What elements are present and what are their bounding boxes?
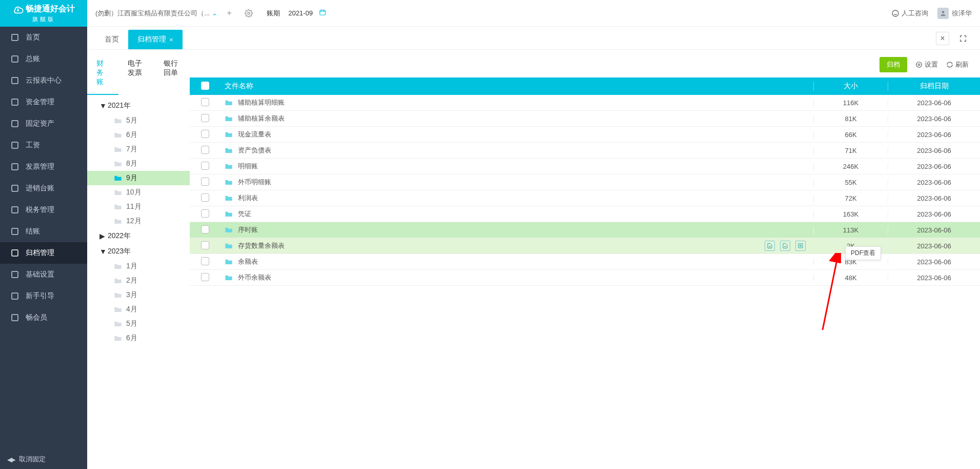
sidebar-item-wage[interactable]: 工资 bbox=[0, 134, 87, 156]
subtab-bank[interactable]: 银行回单 bbox=[154, 52, 190, 95]
archive-date: 2023-06-06 bbox=[888, 163, 980, 170]
file-size: 163K bbox=[813, 210, 888, 218]
tree-month[interactable]: 4月 bbox=[87, 302, 190, 317]
sidebar-item-asset[interactable]: 固定资产 bbox=[0, 113, 87, 134]
row-checkbox[interactable] bbox=[201, 130, 209, 138]
sidebar-item-tax[interactable]: 税务管理 bbox=[0, 199, 87, 221]
table-row[interactable]: 利润表72K2023-06-06 bbox=[190, 190, 980, 206]
brand-logo: 畅捷通好会计 旗舰版 bbox=[0, 0, 87, 27]
file-size: 246K bbox=[813, 163, 888, 170]
tab-archive[interactable]: 归档管理 × bbox=[128, 30, 183, 49]
archive-button[interactable]: 归档 bbox=[879, 57, 907, 72]
folder-icon bbox=[225, 115, 233, 122]
brand-edition: 旗舰版 bbox=[32, 15, 55, 23]
refresh-link[interactable]: 刷新 bbox=[946, 60, 969, 69]
tree-month[interactable]: 6月 bbox=[87, 128, 190, 142]
select-all-checkbox[interactable] bbox=[201, 82, 209, 90]
period-value[interactable]: 2021-09 bbox=[288, 9, 313, 17]
sub-tabs: 财务账 电子发票 银行回单 bbox=[87, 52, 190, 95]
archive-date: 2023-06-06 bbox=[888, 99, 980, 107]
tree-month[interactable]: 5月 bbox=[87, 113, 190, 128]
sidebar-item-close[interactable]: 结账 bbox=[0, 221, 87, 242]
consult-link[interactable]: 人工咨询 bbox=[891, 9, 928, 18]
tree-year-2022[interactable]: ▶2022年 bbox=[87, 228, 190, 244]
preview-pdf-icon[interactable] bbox=[795, 241, 806, 251]
svg-rect-4 bbox=[12, 121, 18, 127]
col-size: 大小 bbox=[813, 82, 888, 91]
row-checkbox[interactable] bbox=[201, 225, 209, 233]
sidebar-item-guide[interactable]: 新手引导 bbox=[0, 285, 87, 307]
row-checkbox[interactable] bbox=[201, 178, 209, 186]
sidebar-item-ledger[interactable]: 总账 bbox=[0, 48, 87, 70]
sidebar-item-inout[interactable]: 进销台账 bbox=[0, 178, 87, 199]
tree-month[interactable]: 12月 bbox=[87, 214, 190, 228]
table-row[interactable]: 序时账113K2023-06-06 bbox=[190, 222, 980, 238]
add-company-button[interactable]: ＋ bbox=[225, 9, 234, 18]
tree-month[interactable]: 2月 bbox=[87, 273, 190, 288]
file-name: 辅助核算明细账 bbox=[238, 98, 285, 107]
table-row[interactable]: 外币余额表48K2023-06-06 bbox=[190, 270, 980, 286]
tree-month[interactable]: 10月 bbox=[87, 185, 190, 200]
tree-month[interactable]: 8月 bbox=[87, 157, 190, 171]
close-tab-icon[interactable]: × bbox=[169, 36, 173, 44]
row-checkbox[interactable] bbox=[201, 273, 209, 281]
tree-month[interactable]: 11月 bbox=[87, 200, 190, 214]
calendar-icon[interactable] bbox=[319, 9, 326, 18]
archive-date: 2023-06-06 bbox=[888, 131, 980, 139]
sidebar-item-label: 结账 bbox=[26, 227, 40, 236]
row-checkbox[interactable] bbox=[201, 114, 209, 122]
svg-rect-0 bbox=[12, 34, 18, 41]
table-row[interactable]: 辅助核算明细账116K2023-06-06 bbox=[190, 95, 980, 111]
row-checkbox[interactable] bbox=[201, 257, 209, 265]
folder-icon bbox=[225, 163, 233, 170]
sidebar-item-member[interactable]: 畅会员 bbox=[0, 307, 87, 328]
user-menu[interactable]: 徐泽华 bbox=[937, 8, 972, 19]
sidebar-item-invoice[interactable]: 发票管理 bbox=[0, 156, 87, 178]
tree-month[interactable]: 6月 bbox=[87, 331, 190, 345]
file-name: 序时账 bbox=[238, 225, 258, 234]
table-row[interactable]: 外币明细账55K2023-06-06 bbox=[190, 174, 980, 190]
home-icon bbox=[10, 33, 19, 42]
sidebar-item-home[interactable]: 首页 bbox=[0, 27, 87, 48]
gear-icon bbox=[10, 270, 19, 279]
settings-link[interactable]: 设置 bbox=[915, 60, 938, 69]
unpin-sidebar[interactable]: ◀▸ 取消固定 bbox=[0, 450, 87, 469]
ledger-icon bbox=[10, 54, 19, 64]
tree-month[interactable]: 3月 bbox=[87, 288, 190, 302]
tree-month-active[interactable]: 9月 bbox=[87, 171, 190, 185]
download-pdf-icon[interactable] bbox=[780, 241, 790, 251]
table-row[interactable]: 现金流量表66K2023-06-06 bbox=[190, 127, 980, 143]
tree-month[interactable]: 1月 bbox=[87, 259, 190, 273]
tree-month[interactable]: 7月 bbox=[87, 142, 190, 157]
tree-year-2021[interactable]: ▼2021年 bbox=[87, 98, 190, 113]
download-excel-icon[interactable] bbox=[765, 241, 775, 251]
sidebar-item-gear[interactable]: 基础设置 bbox=[0, 264, 87, 285]
subtab-einvoice[interactable]: 电子发票 bbox=[118, 52, 154, 95]
company-selector[interactable]: (勿删）江西服宝精品有限责任公司（... ⌄ bbox=[95, 9, 217, 18]
row-checkbox[interactable] bbox=[201, 162, 209, 170]
file-size: 116K bbox=[813, 99, 888, 107]
sidebar-item-fund[interactable]: 资金管理 bbox=[0, 91, 87, 113]
close-all-tabs[interactable]: × bbox=[936, 32, 949, 45]
sidebar-item-chart[interactable]: 云报表中心 bbox=[0, 70, 87, 91]
table-row[interactable]: 资产负债表71K2023-06-06 bbox=[190, 143, 980, 159]
table-row[interactable]: 凭证163K2023-06-06 bbox=[190, 206, 980, 222]
row-checkbox[interactable] bbox=[201, 193, 209, 202]
company-settings-button[interactable] bbox=[244, 9, 253, 18]
tree-year-2023[interactable]: ▼2023年 bbox=[87, 244, 190, 259]
row-checkbox[interactable] bbox=[201, 209, 209, 218]
archive-date: 2023-06-06 bbox=[888, 179, 980, 186]
table-row[interactable]: 明细账246K2023-06-06 bbox=[190, 159, 980, 174]
row-checkbox[interactable] bbox=[201, 241, 209, 249]
row-checkbox[interactable] bbox=[201, 146, 209, 154]
svg-point-19 bbox=[916, 62, 922, 68]
folder-icon bbox=[225, 274, 233, 281]
invoice-icon bbox=[10, 162, 19, 171]
row-checkbox[interactable] bbox=[201, 98, 209, 106]
sidebar-item-archive[interactable]: 归档管理 bbox=[0, 242, 87, 264]
tab-home[interactable]: 首页 bbox=[95, 30, 128, 49]
table-row[interactable]: 辅助核算余额表81K2023-06-06 bbox=[190, 111, 980, 127]
subtab-finance[interactable]: 财务账 bbox=[87, 52, 118, 95]
tree-month[interactable]: 5月 bbox=[87, 317, 190, 331]
fullscreen-icon[interactable] bbox=[956, 32, 970, 45]
